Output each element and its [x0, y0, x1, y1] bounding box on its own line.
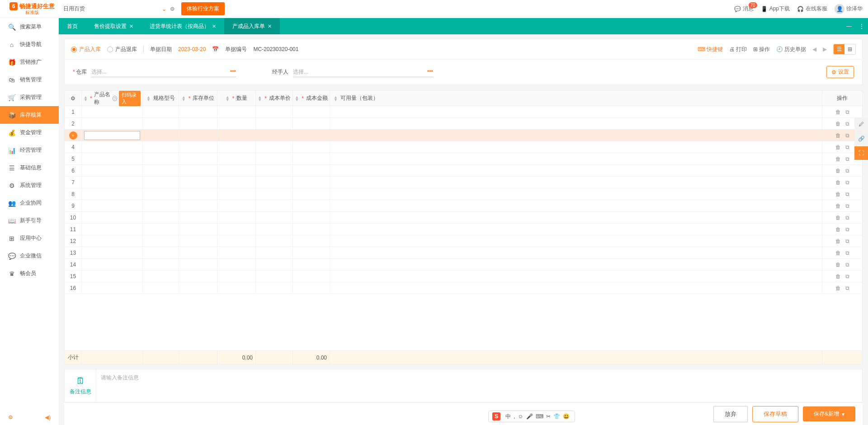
cell-name[interactable] [82, 235, 143, 247]
add-row-button[interactable]: + [69, 131, 77, 140]
cell-amount[interactable] [293, 106, 330, 117]
cell-unit[interactable] [179, 106, 217, 117]
cell-unit[interactable] [179, 282, 217, 294]
copy-icon[interactable]: ⧉ [845, 156, 849, 162]
cell-spec[interactable] [143, 224, 179, 235]
cell-qty[interactable] [217, 247, 256, 258]
view-card-button[interactable]: ⊞ [844, 44, 855, 54]
minimize-tab-button[interactable]: — [843, 20, 855, 33]
cell-spec[interactable] [143, 177, 179, 188]
table-row[interactable]: 13🗑⧉ [65, 247, 862, 259]
cell-qty[interactable] [217, 177, 256, 188]
cell-qty[interactable] [217, 141, 256, 153]
table-row[interactable]: 1🗑⧉ [65, 106, 862, 118]
save-draft-button[interactable]: 保存草稿 [752, 406, 798, 422]
cell-spec[interactable] [143, 130, 179, 141]
cell-available[interactable] [330, 188, 822, 200]
cell-name[interactable] [82, 212, 143, 223]
col-qty[interactable]: ▲▼*数量 [217, 91, 256, 106]
cell-price[interactable] [256, 271, 293, 282]
cell-amount[interactable] [293, 130, 330, 141]
cell-spec[interactable] [143, 259, 179, 270]
cell-unit[interactable] [179, 118, 217, 129]
table-row[interactable]: +🗑⧉ [65, 130, 862, 141]
tab-0[interactable]: 首页 [59, 18, 86, 34]
cell-available[interactable] [330, 165, 822, 176]
sidebar-item-8[interactable]: ☰基础信息 [0, 159, 59, 177]
tab-2[interactable]: 进货单统计表（按商品）✕ [142, 18, 224, 34]
sidebar-item-12[interactable]: ⊞应用中心 [0, 229, 59, 247]
table-row[interactable]: 9🗑⧉ [65, 200, 862, 212]
table-row[interactable]: 5🗑⧉ [65, 153, 862, 165]
copy-icon[interactable]: ⧉ [845, 191, 849, 197]
online-service-link[interactable]: 🎧 在线客服 [797, 5, 827, 13]
cell-available[interactable] [330, 271, 822, 282]
delete-icon[interactable]: 🗑 [835, 179, 841, 186]
table-row[interactable]: 10🗑⧉ [65, 212, 862, 224]
cell-available[interactable] [330, 259, 822, 270]
delete-icon[interactable]: 🗑 [835, 132, 841, 139]
col-product-name[interactable]: ▲▼*产品名称?扫码录入 [82, 91, 143, 106]
col-spec[interactable]: ▲▼规格型号 [143, 91, 179, 106]
copy-icon[interactable]: ⧉ [845, 121, 849, 127]
cell-available[interactable] [330, 247, 822, 258]
table-row[interactable]: 15🗑⧉ [65, 271, 862, 282]
close-icon[interactable]: ✕ [268, 23, 272, 29]
cell-qty[interactable] [217, 224, 256, 235]
copy-icon[interactable]: ⧉ [845, 273, 849, 280]
cell-qty[interactable] [217, 200, 256, 211]
cell-available[interactable] [330, 153, 822, 164]
col-available[interactable]: ▲▼可用量（包装） [330, 91, 822, 106]
shortcut-link[interactable]: ⌨ 快捷键 [698, 46, 723, 53]
radio-product-out[interactable]: 产品退库 [107, 46, 137, 53]
table-row[interactable]: 2🗑⧉ [65, 118, 862, 130]
copy-icon[interactable]: ⧉ [845, 168, 849, 174]
cell-price[interactable] [256, 153, 293, 164]
copy-icon[interactable]: ⧉ [845, 250, 849, 256]
cell-name[interactable] [82, 259, 143, 270]
cell-name[interactable] [82, 188, 143, 200]
side-tool-3[interactable]: ⛶ [854, 146, 868, 160]
cell-qty[interactable] [217, 130, 256, 141]
sidebar-item-0[interactable]: 🔍搜索菜单 [0, 18, 59, 36]
cell-unit[interactable] [179, 247, 217, 258]
cell-price[interactable] [256, 130, 293, 141]
cell-spec[interactable] [143, 247, 179, 258]
delete-icon[interactable]: 🗑 [835, 273, 841, 280]
sidebar-item-2[interactable]: 🎁营销推广 [0, 53, 59, 71]
cell-qty[interactable] [217, 153, 256, 164]
cell-price[interactable] [256, 282, 293, 294]
cell-spec[interactable] [143, 235, 179, 247]
sidebar-item-7[interactable]: 📊经营管理 [0, 141, 59, 159]
view-list-button[interactable]: ☰ [834, 44, 844, 54]
cell-unit[interactable] [179, 153, 217, 164]
table-row[interactable]: 8🗑⧉ [65, 188, 862, 200]
cell-price[interactable] [256, 212, 293, 223]
product-name-input[interactable] [84, 131, 140, 140]
cell-name[interactable] [82, 153, 143, 164]
copy-icon[interactable]: ⧉ [845, 144, 849, 150]
cell-qty[interactable] [217, 212, 256, 223]
cell-amount[interactable] [293, 188, 330, 200]
copy-icon[interactable]: ⧉ [845, 179, 849, 186]
delete-icon[interactable]: 🗑 [835, 226, 841, 233]
date-value[interactable]: 2023-03-20 [178, 46, 206, 52]
cell-qty[interactable] [217, 235, 256, 247]
copy-icon[interactable]: ⧉ [845, 262, 849, 268]
cell-name[interactable] [82, 224, 143, 235]
cell-amount[interactable] [293, 282, 330, 294]
sidebar-item-4[interactable]: 🛒采购管理 [0, 89, 59, 106]
cell-available[interactable] [330, 212, 822, 223]
cell-available[interactable] [330, 200, 822, 211]
tab-3[interactable]: 产成品入库单✕ [224, 18, 280, 34]
settings-icon[interactable]: ⚙ [8, 414, 13, 420]
cell-spec[interactable] [143, 141, 179, 153]
experience-button[interactable]: 体验行业方案 [181, 2, 225, 15]
delete-icon[interactable]: 🗑 [835, 109, 841, 115]
cell-amount[interactable] [293, 271, 330, 282]
delete-icon[interactable]: 🗑 [835, 144, 841, 150]
cell-unit[interactable] [179, 141, 217, 153]
cell-name[interactable] [82, 141, 143, 153]
cell-available[interactable] [330, 282, 822, 294]
cell-amount[interactable] [293, 200, 330, 211]
